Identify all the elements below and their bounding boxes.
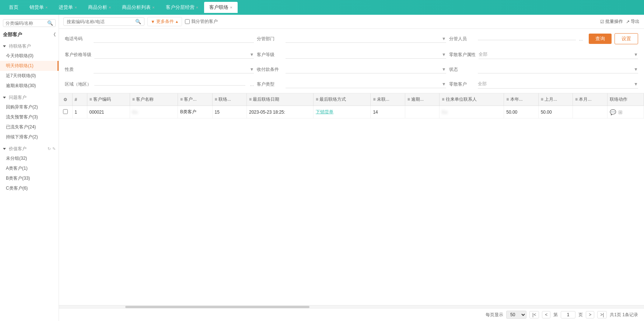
- close-purchase-order-icon[interactable]: ×: [74, 5, 77, 10]
- row-index: 1: [72, 106, 87, 118]
- close-sales-order-icon[interactable]: ×: [45, 5, 48, 10]
- filter-status-select[interactable]: ▼: [478, 66, 638, 73]
- row-name[interactable]: Ea: [130, 106, 178, 118]
- row-checkbox[interactable]: [63, 109, 68, 114]
- col-customer-code[interactable]: ≡ 客户编码: [87, 93, 130, 106]
- sidebar-pending-label: 待联络客户: [0, 42, 59, 51]
- col-not-contacted[interactable]: ≡ 未联...: [371, 93, 405, 106]
- value-refresh-icon[interactable]: ↻: [48, 146, 51, 151]
- col-last-month[interactable]: ≡ 上月...: [538, 93, 573, 106]
- value-edit-icon[interactable]: ✎: [52, 146, 56, 151]
- scrollbar-thumb[interactable]: [125, 306, 309, 308]
- close-customer-contact-icon[interactable]: ×: [230, 5, 232, 10]
- filter-icon: ▼: [151, 19, 155, 24]
- more-filter-button[interactable]: ▼ 更多条件 ▲: [147, 17, 182, 26]
- horizontal-scrollbar[interactable]: [59, 305, 644, 308]
- sidebar-item-a-class[interactable]: A类客户(1): [0, 163, 59, 173]
- filter-retail-attr-select[interactable]: 全部 ▼: [479, 50, 638, 59]
- nav-sales-order[interactable]: 销货单 ×: [24, 2, 53, 13]
- page-number-input[interactable]: [561, 311, 575, 318]
- next-page-button[interactable]: >: [586, 311, 594, 318]
- first-page-button[interactable]: |<: [529, 311, 539, 318]
- filter-payment-select[interactable]: ▼: [286, 66, 446, 73]
- filter-retail-customer-select[interactable]: 全部 ▼: [478, 80, 638, 89]
- filter-dept-select[interactable]: ▼: [286, 35, 446, 43]
- sidebar-item-declining[interactable]: 持续下滑客户(2): [0, 132, 59, 142]
- row-this-month: [573, 106, 607, 118]
- col-partner-contact[interactable]: ≡ 往来单位联系人: [440, 93, 504, 106]
- manager-dots-icon[interactable]: ...: [579, 36, 583, 42]
- my-customers-checkbox-label[interactable]: 我分管的客户: [185, 18, 218, 25]
- sidebar-collapse-icon[interactable]: 《: [51, 32, 56, 38]
- row-checkbox-cell[interactable]: [59, 106, 72, 118]
- sidebar-item-week-pending[interactable]: 近7天待联络(0): [0, 71, 59, 81]
- filter-customer-level: 客户等级 ▼: [257, 49, 446, 61]
- filter-region-input-area[interactable]: [94, 83, 245, 86]
- retail-customer-dropdown-icon: ▼: [634, 82, 638, 87]
- row-last-contact-method[interactable]: 下销货单: [314, 106, 371, 118]
- page-size-label: 每页显示: [486, 312, 503, 318]
- row-contact-count: 15: [212, 106, 246, 118]
- row-last-month: 50.00: [538, 106, 573, 118]
- nav-home[interactable]: 首页: [4, 2, 24, 13]
- filter-price-level-select[interactable]: ▼: [94, 51, 254, 59]
- batch-op-button[interactable]: ☑ 批量操作: [600, 18, 623, 25]
- nav-product-analysis[interactable]: 商品分析 ×: [83, 2, 116, 13]
- col-customer-type[interactable]: ≡ 客户...: [178, 93, 212, 106]
- filter-phone-input[interactable]: [94, 35, 254, 43]
- page-size-select[interactable]: 50 100 200: [506, 311, 526, 319]
- my-customers-checkbox[interactable]: [185, 19, 190, 24]
- last-page-button[interactable]: >|: [597, 311, 607, 318]
- sidebar-item-c-class[interactable]: C类客户(6): [0, 183, 59, 193]
- filter-customer-level-select[interactable]: ▼: [286, 51, 446, 59]
- sidebar-all-customers[interactable]: 全部客户 《: [0, 30, 59, 39]
- sidebar-search-input[interactable]: [6, 21, 47, 26]
- export-button[interactable]: ↗ 导出: [626, 18, 640, 25]
- nature-dropdown-icon: ▼: [249, 67, 254, 72]
- payment-dropdown-icon: ▼: [442, 67, 446, 72]
- sidebar-item-today-pending[interactable]: 今天待联络(0): [0, 51, 59, 61]
- close-product-analysis-list-icon[interactable]: ×: [152, 5, 154, 10]
- col-last-contact-date[interactable]: ≡ 最后联络日期: [247, 93, 314, 106]
- settings-icon[interactable]: ⚙: [63, 97, 67, 102]
- col-overdue[interactable]: ≡ 逾期...: [405, 93, 439, 106]
- search-box[interactable]: 🔍: [63, 17, 144, 26]
- region-dots-icon[interactable]: ...: [248, 82, 254, 87]
- nav-product-analysis-list[interactable]: 商品分析列表 ×: [117, 2, 160, 13]
- sidebar-item-ungrouped[interactable]: 未分组(32): [0, 153, 59, 163]
- col-this-month[interactable]: ≡ 本月...: [573, 93, 607, 106]
- close-product-analysis-icon[interactable]: ×: [109, 5, 111, 10]
- filter-nature-select[interactable]: ▼: [94, 66, 254, 73]
- search-submit-icon[interactable]: 🔍: [135, 19, 141, 24]
- sidebar-item-repurchase-abnormal[interactable]: 回购异常客户(2): [0, 102, 59, 112]
- sidebar-item-overdue-pending[interactable]: 逾期未联络(30): [0, 81, 59, 91]
- close-customer-tiering-icon[interactable]: ×: [196, 5, 198, 10]
- sidebar-search-icon[interactable]: 🔍: [47, 20, 53, 26]
- contact-method-link[interactable]: 下销货单: [316, 109, 333, 114]
- sidebar-item-b-class[interactable]: B类客户(33): [0, 173, 59, 183]
- sidebar-item-tomorrow-pending[interactable]: 明天待联络(1): [0, 61, 59, 71]
- filter-manager-input-area[interactable]: [478, 38, 576, 40]
- col-customer-name[interactable]: ≡ 客户名称: [130, 93, 178, 106]
- customer-type-dropdown-icon: ▼: [442, 82, 446, 87]
- row-more-icon[interactable]: ⊞: [618, 109, 623, 115]
- col-last-contact-method[interactable]: ≡ 最后联络方式: [314, 93, 371, 106]
- nav-customer-tiering[interactable]: 客户分层经营 ×: [161, 2, 203, 13]
- set-button[interactable]: 设置: [615, 33, 638, 44]
- row-this-year: 50.00: [504, 106, 538, 118]
- col-this-year[interactable]: ≡ 本年...: [504, 93, 538, 106]
- sidebar-search-box[interactable]: 🔍: [3, 19, 56, 27]
- col-settings[interactable]: ⚙: [59, 93, 72, 106]
- prev-page-button[interactable]: <: [542, 311, 550, 318]
- query-button[interactable]: 查询: [589, 34, 612, 44]
- toolbar: 🔍 ▼ 更多条件 ▲ 我分管的客户 ☑ 批量操作 ↗ 导出: [59, 15, 644, 29]
- filter-customer-type-select[interactable]: ▼: [286, 80, 446, 88]
- customer-level-dropdown-icon: ▼: [442, 52, 446, 57]
- row-contact-icon[interactable]: 💬: [610, 109, 616, 115]
- sidebar-item-churned[interactable]: 已流失客户(24): [0, 122, 59, 132]
- col-contact-count[interactable]: ≡ 联络...: [212, 93, 246, 106]
- sidebar-item-churn-warning[interactable]: 流失预警客户(3): [0, 112, 59, 122]
- nav-purchase-order[interactable]: 进货单 ×: [53, 2, 82, 13]
- search-input[interactable]: [67, 19, 135, 24]
- nav-customer-contact[interactable]: 客户联络 ×: [204, 2, 237, 13]
